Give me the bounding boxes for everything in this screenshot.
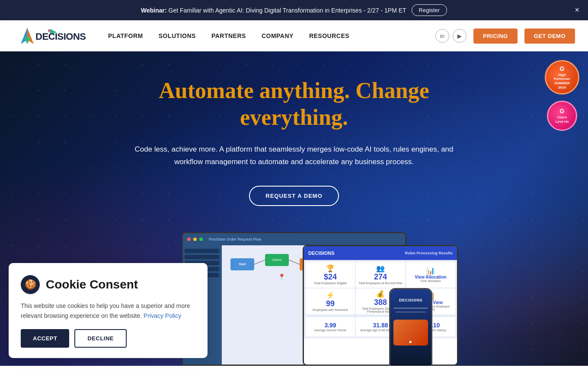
phone-graphic: ▶: [393, 320, 428, 346]
phone-screen: DECISIONS ▶: [390, 289, 431, 366]
cell-label-1: Total Employees Eligible: [314, 282, 347, 285]
cookie-consent-banner: 🍪 Cookie Consent This website use cookie…: [9, 263, 208, 358]
phone-logo: DECISIONS: [399, 298, 422, 302]
decline-cookie-button[interactable]: DECLINE: [74, 329, 127, 348]
tablet-mockup: DECISIONS Rules Processing Results 🏆 $24…: [303, 245, 458, 366]
register-button[interactable]: Register: [412, 4, 447, 16]
users-love-badge: G Users Love Us: [547, 101, 577, 131]
sidebar-item-2: [185, 255, 219, 259]
announcement-text: Webinar: Get Familiar with Agentic AI: D…: [141, 7, 406, 14]
nav-resources[interactable]: RESOURCES: [309, 32, 349, 39]
tablet-grid: 🏆 $24 Total Employees Eligible 👥 274 Tot…: [304, 260, 457, 316]
tablet-bottom-grid: 3.99 Average Service Period 31.88 Averag…: [304, 316, 457, 338]
screen-header: Purchase Order Request Flow: [183, 233, 405, 245]
cookie-title: Cookie Consent: [46, 278, 138, 292]
bottom-cell-label-1: Average Service Period: [314, 329, 346, 332]
tablet-title: DECISIONS: [308, 251, 335, 256]
main-nav: PLATFORM SOLUTIONS PARTNERS COMPANY RESO…: [108, 32, 435, 39]
tablet-cell-1: 🏆 $24 Total Employees Eligible: [306, 262, 355, 288]
cell-value-3: View Allocation: [415, 275, 446, 279]
request-demo-button[interactable]: REQUEST A DEMO: [249, 186, 339, 206]
header: DECISIONS PLATFORM SOLUTIONS PARTNERS CO…: [0, 20, 588, 51]
hero-title: Automate anything. Change everything.: [117, 77, 471, 131]
cell-value-5: 388: [374, 298, 387, 307]
cell-value-1: $24: [324, 273, 337, 282]
tablet-cell-2: 👥 274 Total Employees at Burnout Risk: [356, 262, 405, 288]
tablet-subtitle: Rules Processing Results: [405, 251, 453, 255]
tablet-cell-4: ⚡ 99 Employees with Resolvent: [306, 289, 355, 314]
cookie-icon: 🍪: [21, 275, 40, 294]
phone-mockup: DECISIONS ▶: [389, 288, 432, 366]
dot-red: [187, 238, 191, 241]
bottom-section: Transform your business, one process at …: [0, 366, 588, 371]
nav-platform[interactable]: PLATFORM: [108, 32, 143, 39]
badges-area: G High Performer SUMMER 2024 G Users Lov…: [545, 60, 579, 131]
bottom-cell-value-2: 31.88: [373, 322, 388, 329]
cell-label-3: Over Allocation: [420, 279, 441, 282]
map-pin-1: 📍: [278, 273, 285, 280]
dot-yellow: [193, 238, 197, 241]
cookie-buttons: ACCEPT DECLINE: [21, 329, 195, 348]
cell-label-2: Total Employees at Burnout Risk: [358, 282, 402, 285]
screen-title: Purchase Order Request Flow: [209, 237, 261, 241]
svg-line-7: [254, 260, 265, 264]
cell-value-4: 99: [326, 299, 335, 308]
svg-text:DECISIONS: DECISIONS: [35, 31, 86, 42]
close-announcement-button[interactable]: ×: [575, 6, 579, 15]
high-performer-badge: G High Performer SUMMER 2024: [545, 60, 579, 95]
announcement-body: Get Familiar with Agentic AI: Diving Dig…: [169, 7, 406, 14]
cookie-body: This website use cookies to help you hav…: [21, 301, 195, 320]
logo-svg: DECISIONS: [13, 25, 91, 47]
youtube-icon[interactable]: ▶: [453, 29, 467, 43]
cell-value-2: 274: [374, 273, 387, 282]
header-right: in ▶ PRICING GET DEMO: [435, 29, 575, 44]
phone-bar-1: [393, 308, 428, 309]
pricing-button[interactable]: PRICING: [473, 29, 518, 44]
tablet-screen: DECISIONS Rules Processing Results 🏆 $24…: [304, 246, 457, 365]
dot-green: [199, 238, 203, 241]
nav-company[interactable]: COMPANY: [262, 32, 294, 39]
tablet-header: DECISIONS Rules Processing Results: [304, 246, 457, 260]
nav-solutions[interactable]: SOLUTIONS: [159, 32, 196, 39]
nav-partners[interactable]: PARTNERS: [211, 32, 246, 39]
get-demo-button[interactable]: GET DEMO: [524, 29, 575, 44]
hero-subtitle: Code less, achieve more. A platform that…: [134, 143, 454, 168]
badge-g-label: G: [560, 65, 565, 72]
bottom-cell-value-1: 3.99: [324, 322, 336, 329]
hero-content: Automate anything. Change everything. Co…: [108, 77, 480, 206]
users-love-g-label: G: [560, 108, 565, 114]
social-icons: in ▶: [435, 29, 467, 43]
sidebar-item-1: [185, 249, 219, 253]
announcement-bar: Webinar: Get Familiar with Agentic AI: D…: [0, 0, 588, 20]
phone-bar-2: [396, 311, 426, 313]
cell-label-4: Employees with Resolvent: [313, 308, 348, 311]
linkedin-icon[interactable]: in: [435, 29, 449, 43]
privacy-policy-link[interactable]: Privacy Policy: [144, 312, 181, 319]
logo[interactable]: DECISIONS: [13, 25, 91, 47]
announcement-bold: Webinar:: [141, 7, 167, 14]
cookie-header: 🍪 Cookie Consent: [21, 275, 195, 294]
tablet-cell-3: 📊 View Allocation Over Allocation: [406, 262, 455, 288]
tablet-bottom-cell-1: 3.99 Average Service Period: [306, 317, 355, 336]
accept-cookie-button[interactable]: ACCEPT: [21, 329, 69, 348]
phone-graphic-text: ▶: [409, 340, 412, 344]
svg-line-8: [289, 260, 300, 264]
